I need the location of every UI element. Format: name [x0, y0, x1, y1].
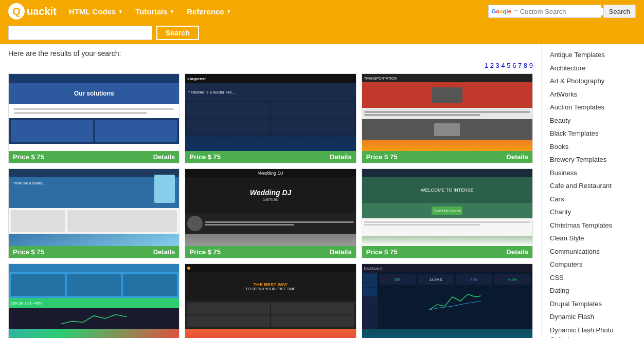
price-label-2: Price $ 75	[189, 153, 221, 161]
details-link-4[interactable]: Details	[153, 248, 175, 256]
thumbnail-8: THE BEST WAY TO SPEND YOUR FREE TIME	[185, 264, 355, 338]
sub-search-input[interactable]	[8, 26, 152, 40]
sidebar-item-auction-templates[interactable]: Auction Templates	[550, 101, 636, 114]
sidebar-item-antique-templates[interactable]: Antique Templates	[550, 48, 636, 62]
page-4[interactable]: 4	[501, 62, 505, 69]
page-6[interactable]: 6	[512, 62, 516, 69]
sidebar-item-communications[interactable]: Communications	[550, 245, 636, 258]
sidebar-item-christmas-templates[interactable]: Christmas Templates	[550, 219, 636, 232]
page-7[interactable]: 7	[518, 62, 522, 69]
page-1[interactable]: 1	[485, 62, 488, 69]
price-label-5: Price $ 75	[189, 248, 221, 256]
nav-tutorials[interactable]: Tutorials ▼	[135, 7, 174, 16]
logo[interactable]: Q uackit	[8, 3, 57, 20]
header-search-area: Google ™ Search	[488, 5, 636, 18]
pagination: 1 2 3 4 5 6 7 8 9	[8, 62, 533, 69]
sidebar-item-artworks[interactable]: ArtWorks	[550, 88, 636, 101]
details-link-1[interactable]: Details	[153, 153, 175, 161]
result-item-2[interactable]: kingcrest If Obama is a leader like...	[185, 73, 356, 163]
price-bar-2: Price $ 75 Details	[185, 151, 355, 163]
price-label-4: Price $ 75	[13, 248, 44, 256]
result-item-8[interactable]: THE BEST WAY TO SPEND YOUR FREE TIME	[185, 264, 356, 338]
details-link-6[interactable]: Details	[506, 248, 528, 256]
details-link-5[interactable]: Details	[330, 248, 352, 256]
logo-q-icon: Q	[8, 3, 25, 20]
page-3[interactable]: 3	[496, 62, 499, 69]
price-bar-3: Price $ 75 Details	[362, 151, 532, 163]
header-search-input[interactable]	[520, 8, 606, 15]
sidebar: Antique Templates Architecture Art & Pho…	[541, 44, 644, 338]
page-5[interactable]: 5	[507, 62, 510, 69]
sidebar-item-clean-style[interactable]: Clean Style	[550, 232, 636, 245]
price-label-6: Price $ 75	[366, 248, 398, 256]
thumbnail-7: 25% 3K 7.5K +46%	[9, 264, 179, 338]
sidebar-item-books[interactable]: Books	[550, 140, 636, 154]
result-item-3[interactable]: TRANSPORTATION	[362, 73, 533, 163]
thumbnail-6: WELCOME TO INTENSE Take Full Control	[362, 169, 532, 246]
page-2[interactable]: 2	[490, 62, 494, 69]
sub-search-bar: Search	[0, 23, 644, 44]
price-label-1: Price $ 75	[13, 153, 44, 161]
result-item-6[interactable]: WELCOME TO INTENSE Take Full Control	[362, 168, 533, 258]
header: Q uackit HTML Codes ▼ Tutorials ▼ Refere…	[0, 0, 644, 23]
sidebar-item-dynamic-flash[interactable]: Dynamic Flash	[550, 310, 636, 324]
sidebar-item-dating[interactable]: Dating	[550, 284, 636, 297]
thumbnail-5: Wedding DJ Wedding DJ Samuel	[185, 169, 355, 246]
thumbnail-3: TRANSPORTATION	[362, 74, 532, 151]
thumbnail-9: Dashboard	[362, 264, 532, 338]
chevron-down-icon: ▼	[169, 9, 174, 14]
price-bar-4: Price $ 75 Details	[9, 246, 179, 258]
price-bar-6: Price $ 75 Details	[362, 246, 532, 258]
sidebar-item-art-photography[interactable]: Art & Photography	[550, 74, 636, 88]
sidebar-item-css[interactable]: CSS	[550, 271, 636, 285]
logo-text: uackit	[27, 6, 57, 17]
details-link-2[interactable]: Details	[330, 153, 352, 161]
main-layout: Here are the results of your search: 1 2…	[0, 44, 644, 338]
result-item-4[interactable]: Think like a leader... Price $ 75 Detail…	[8, 168, 180, 258]
sidebar-item-drupal-templates[interactable]: Drupal Templates	[550, 297, 636, 311]
price-bar-1: Price $ 75 Details	[9, 151, 179, 163]
result-item-1[interactable]: Our solutions Price $ 75 D	[8, 73, 180, 163]
price-bar-5: Price $ 75 Details	[185, 246, 355, 258]
results-text: Here are the results of your search:	[8, 49, 533, 58]
result-item-9[interactable]: Dashboard	[362, 264, 533, 338]
sidebar-item-architecture[interactable]: Architecture	[550, 62, 636, 75]
sidebar-item-dynamic-flash-photo-galleries[interactable]: Dynamic Flash Photo Galleries	[550, 324, 636, 339]
sub-search-button[interactable]: Search	[156, 26, 199, 40]
details-link-3[interactable]: Details	[506, 153, 528, 161]
thumbnail-1: Our solutions	[9, 74, 179, 151]
thumbnail-2: kingcrest If Obama is a leader like...	[185, 74, 355, 151]
sidebar-item-cars[interactable]: Cars	[550, 193, 636, 206]
google-logo: Google ™	[492, 8, 518, 14]
nav-reference[interactable]: Reference ▼	[187, 7, 231, 16]
chevron-down-icon: ▼	[118, 9, 123, 14]
sidebar-item-beauty[interactable]: Beauty	[550, 114, 636, 127]
page-8[interactable]: 8	[524, 62, 527, 69]
result-item-5[interactable]: Wedding DJ Wedding DJ Samuel	[185, 168, 356, 258]
google-search-box: Google ™	[488, 5, 601, 18]
thumbnail-4: Think like a leader...	[9, 169, 179, 246]
sidebar-item-black-templates[interactable]: Black Templates	[550, 127, 636, 140]
result-item-7[interactable]: 25% 3K 7.5K +46% Price $ 75 Details	[8, 264, 180, 338]
sidebar-item-computers[interactable]: Computers	[550, 258, 636, 271]
sidebar-item-cafe-restaurant[interactable]: Cafe and Restaurant	[550, 179, 636, 193]
sidebar-item-brewery-templates[interactable]: Brewery Templates	[550, 153, 636, 166]
page-9[interactable]: 9	[529, 62, 533, 69]
header-search-button[interactable]: Search	[603, 5, 636, 18]
nav-html-codes[interactable]: HTML Codes ▼	[69, 7, 123, 16]
chevron-down-icon: ▼	[226, 9, 231, 14]
results-grid: Our solutions Price $ 75 D	[8, 73, 533, 338]
sidebar-item-business[interactable]: Business	[550, 166, 636, 180]
price-label-3: Price $ 75	[366, 153, 398, 161]
content-area: Here are the results of your search: 1 2…	[0, 44, 541, 338]
sidebar-item-charity[interactable]: Charity	[550, 205, 636, 219]
